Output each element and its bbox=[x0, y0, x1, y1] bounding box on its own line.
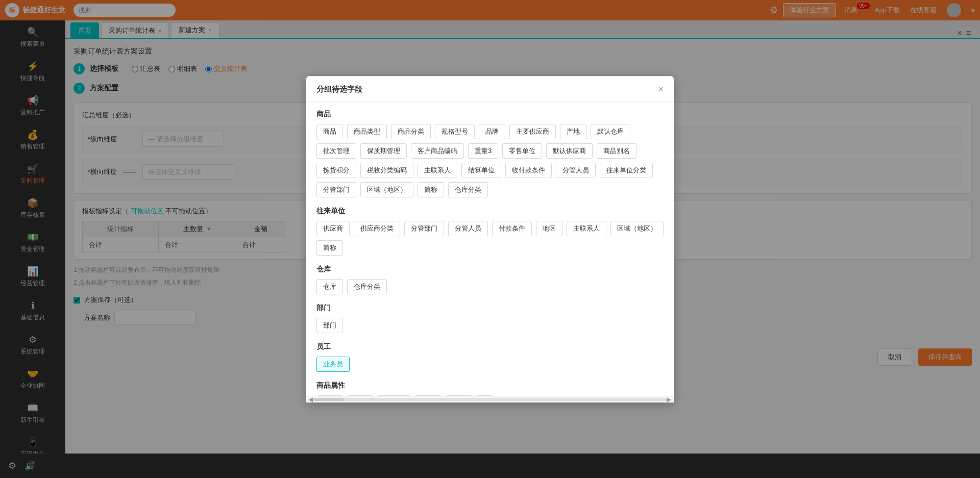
section-goods: 商品 商品 商品类型 商品分类 规格型号 品牌 主要供应商 产地 默认仓库 批次… bbox=[316, 110, 664, 197]
tag-goods-15[interactable]: 拣货积分 bbox=[316, 163, 356, 178]
modal-title: 分组待选字段 bbox=[316, 85, 362, 94]
hscroll-right-arrow[interactable]: ▶ bbox=[667, 396, 672, 403]
tag-partner-1[interactable]: 供应商分类 bbox=[354, 221, 400, 236]
tag-goods-22[interactable]: 分管部门 bbox=[316, 182, 356, 197]
tag-goods-23[interactable]: 区域（地区） bbox=[360, 182, 413, 197]
section-warehouse: 仓库 仓库 仓库分类 bbox=[316, 265, 664, 294]
section-product-attrs: 商品属性 属性 颜色 多规格 尺码 鞋码 1 bbox=[316, 381, 664, 396]
section-warehouse-title: 仓库 bbox=[316, 265, 664, 274]
section-dept-title: 部门 bbox=[316, 304, 664, 313]
tag-goods-7[interactable]: 默认仓库 bbox=[591, 124, 630, 139]
tag-goods-20[interactable]: 分管人员 bbox=[556, 163, 596, 178]
tag-goods-18[interactable]: 结算单位 bbox=[461, 163, 501, 178]
tag-goods-3[interactable]: 规格型号 bbox=[435, 124, 475, 139]
section-dept-tags: 部门 bbox=[316, 318, 664, 333]
section-partners-tags: 供应商 供应商分类 分管部门 分管人员 付款条件 地区 主联系人 区域（地区） … bbox=[316, 221, 664, 256]
tag-goods-10[interactable]: 客户商品编码 bbox=[411, 143, 464, 159]
tag-goods-16[interactable]: 税收分类编码 bbox=[360, 163, 413, 178]
tag-goods-2[interactable]: 商品分类 bbox=[391, 124, 431, 139]
tag-goods-11[interactable]: 重量3 bbox=[468, 143, 498, 159]
section-staff-tags: 业务员 bbox=[316, 357, 664, 372]
tag-partner-7[interactable]: 区域（地区） bbox=[610, 221, 664, 236]
section-goods-title: 商品 bbox=[316, 110, 664, 119]
tag-partner-6[interactable]: 主联系人 bbox=[567, 221, 606, 236]
section-partners: 往来单位 供应商 供应商分类 分管部门 分管人员 付款条件 地区 主联系人 区域… bbox=[316, 207, 664, 256]
section-product-attrs-title: 商品属性 bbox=[316, 381, 664, 390]
section-partners-title: 往来单位 bbox=[316, 207, 664, 216]
tag-goods-13[interactable]: 默认供应商 bbox=[546, 143, 593, 159]
tag-goods-25[interactable]: 仓库分类 bbox=[448, 182, 488, 197]
modal-close-icon[interactable]: × bbox=[658, 84, 664, 95]
tag-goods-9[interactable]: 保质期管理 bbox=[360, 143, 407, 159]
tag-goods-8[interactable]: 批次管理 bbox=[316, 143, 356, 159]
tag-partner-8[interactable]: 简称 bbox=[316, 240, 343, 256]
tag-partner-0[interactable]: 供应商 bbox=[316, 221, 350, 236]
tag-goods-0[interactable]: 商品 bbox=[316, 124, 343, 139]
tag-staff-0[interactable]: 业务员 bbox=[316, 357, 350, 372]
tag-wh-1[interactable]: 仓库分类 bbox=[347, 279, 387, 294]
tag-goods-4[interactable]: 品牌 bbox=[479, 124, 505, 139]
tag-dept-0[interactable]: 部门 bbox=[316, 318, 343, 333]
modal-header: 分组待选字段 × bbox=[306, 76, 674, 102]
tag-goods-5[interactable]: 主要供应商 bbox=[509, 124, 556, 139]
tag-goods-17[interactable]: 主联系人 bbox=[418, 163, 457, 178]
tag-goods-24[interactable]: 简称 bbox=[418, 182, 444, 197]
hscroll-left-arrow[interactable]: ◀ bbox=[308, 396, 313, 403]
modal-hscrollbar[interactable]: ◀ ▶ bbox=[306, 396, 674, 402]
tag-goods-12[interactable]: 零售单位 bbox=[502, 143, 542, 159]
tag-goods-21[interactable]: 往来单位分类 bbox=[600, 163, 653, 178]
section-staff: 员工 业务员 bbox=[316, 342, 664, 372]
modal: 分组待选字段 × 商品 商品 商品类型 商品分类 规格型号 品牌 主要供应商 产… bbox=[306, 76, 674, 402]
tag-partner-2[interactable]: 分管部门 bbox=[404, 221, 444, 236]
tag-partner-4[interactable]: 付款条件 bbox=[492, 221, 532, 236]
tag-goods-6[interactable]: 产地 bbox=[560, 124, 586, 139]
tag-goods-14[interactable]: 商品别名 bbox=[597, 143, 636, 159]
tag-wh-0[interactable]: 仓库 bbox=[316, 279, 343, 294]
modal-body[interactable]: 商品 商品 商品类型 商品分类 规格型号 品牌 主要供应商 产地 默认仓库 批次… bbox=[306, 102, 674, 396]
tag-goods-1[interactable]: 商品类型 bbox=[347, 124, 387, 139]
hscroll-thumb[interactable] bbox=[313, 398, 344, 401]
tag-goods-19[interactable]: 收付款条件 bbox=[505, 163, 552, 178]
section-dept: 部门 部门 bbox=[316, 304, 664, 333]
section-staff-title: 员工 bbox=[316, 342, 664, 351]
hscroll-track bbox=[313, 398, 667, 401]
tag-partner-5[interactable]: 地区 bbox=[536, 221, 562, 236]
section-goods-tags: 商品 商品类型 商品分类 规格型号 品牌 主要供应商 产地 默认仓库 批次管理 … bbox=[316, 124, 664, 197]
modal-overlay: 分组待选字段 × 商品 商品 商品类型 商品分类 规格型号 品牌 主要供应商 产… bbox=[0, 0, 980, 478]
section-warehouse-tags: 仓库 仓库分类 bbox=[316, 279, 664, 294]
tag-partner-3[interactable]: 分管人员 bbox=[448, 221, 488, 236]
